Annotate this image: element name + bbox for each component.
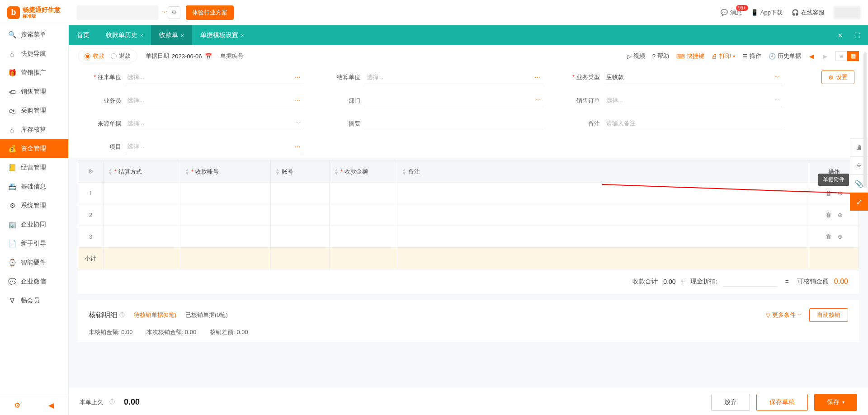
bottom-bar: 本单上欠 ⓘ 0.00 放弃 保存草稿 保存▾ bbox=[69, 389, 868, 415]
partner-input[interactable]: 选择...⋯ bbox=[126, 71, 303, 84]
more-conditions-link[interactable]: ▽更多条件﹀ bbox=[766, 311, 802, 319]
tab-close-icon[interactable]: × bbox=[181, 33, 184, 38]
tab-1[interactable]: 收款单历史× bbox=[98, 25, 151, 45]
view-form-icon[interactable]: ▦ bbox=[847, 51, 859, 61]
sidebar-item-label: 快捷导航 bbox=[21, 50, 46, 58]
delete-row-icon[interactable]: 🗑 bbox=[826, 233, 831, 240]
logo: b 畅捷通好生意 标准版 bbox=[7, 6, 69, 19]
sidebar-item-2[interactable]: 🎁营销推广 bbox=[0, 63, 68, 82]
save-draft-button[interactable]: 保存草稿 bbox=[756, 394, 808, 411]
sidebar-item-label: 资金管理 bbox=[21, 145, 46, 153]
sidebar-item-1[interactable]: ⌂快捷导航 bbox=[0, 44, 68, 63]
add-row-icon[interactable]: ⊕ bbox=[838, 233, 843, 240]
user-avatar[interactable] bbox=[834, 6, 861, 19]
tab-close-all-icon[interactable]: ✕ bbox=[834, 29, 846, 42]
info-icon[interactable]: ⓘ bbox=[119, 311, 125, 319]
summary-input[interactable] bbox=[365, 118, 542, 130]
messages-link[interactable]: 💬 消息 99+ bbox=[721, 9, 742, 17]
print-icon: 🖨 bbox=[712, 53, 717, 60]
sidebar-collapse-icon[interactable]: ◀ bbox=[34, 395, 69, 415]
tab-3[interactable]: 单据模板设置× bbox=[192, 25, 252, 45]
sidebar-item-5[interactable]: ⌂库存核算 bbox=[0, 120, 68, 139]
receipt-table: ⚙ ▲▼*结算方式 ▲▼*收款账号 ▲▼账号 ▲▼*收款金额 ▲▼备注 操作 1… bbox=[78, 160, 859, 269]
history-link[interactable]: 🕘历史单据 bbox=[769, 52, 801, 60]
table-row[interactable]: 1🗑⊕ bbox=[78, 183, 859, 204]
help-link[interactable]: ?帮助 bbox=[652, 52, 669, 60]
radio-refund[interactable]: 退款 bbox=[111, 52, 131, 60]
dept-input[interactable]: ﹀ bbox=[365, 94, 542, 107]
salesorder-input[interactable]: 选择...﹀ bbox=[604, 94, 782, 107]
next-doc-icon[interactable]: ▶ bbox=[822, 53, 828, 60]
online-service-link[interactable]: 🎧 在线客服 bbox=[792, 9, 825, 17]
scrollbar[interactable] bbox=[863, 52, 867, 188]
auto-writeoff-button[interactable]: 自动核销 bbox=[809, 308, 848, 322]
writeoff-done-tab[interactable]: 已核销单据(0笔) bbox=[185, 311, 228, 319]
sidebar-item-label: 基础信息 bbox=[21, 183, 46, 191]
salesman-label: 业务员 bbox=[82, 97, 126, 105]
operate-link[interactable]: ☰操作 bbox=[742, 52, 761, 60]
fullscreen-icon[interactable]: ⛶ bbox=[851, 29, 863, 42]
table-row[interactable]: 2🗑⊕ bbox=[78, 204, 859, 226]
tabs-bar: 首页收款单历史×收款单×单据模板设置× ✕ ⛶ bbox=[69, 25, 868, 45]
add-row-icon[interactable]: ⊕ bbox=[838, 212, 843, 218]
sidebar-item-14[interactable]: ∇畅会员 bbox=[0, 291, 68, 310]
sum-value: 0.00 bbox=[663, 278, 675, 285]
sidebar-icon: 📇 bbox=[8, 183, 16, 191]
sidebar-settings-icon[interactable]: ⚙ bbox=[0, 395, 34, 415]
doc-date-field[interactable]: 单据日期 2023-06-06 📅 bbox=[146, 52, 212, 60]
prev-doc-icon[interactable]: ◀ bbox=[808, 53, 815, 60]
tab-close-icon[interactable]: × bbox=[140, 33, 143, 38]
play-icon: ▷ bbox=[627, 53, 632, 60]
discard-button[interactable]: 放弃 bbox=[711, 394, 750, 411]
delete-row-icon[interactable]: 🗑 bbox=[826, 190, 831, 197]
project-input[interactable]: 选择...⋯ bbox=[126, 140, 303, 153]
settings-button[interactable]: ⚙设置 bbox=[821, 71, 854, 84]
sidebar-icon: ∇ bbox=[8, 297, 16, 305]
save-button[interactable]: 保存▾ bbox=[814, 394, 857, 411]
discount-input[interactable] bbox=[723, 277, 777, 287]
tab-2[interactable]: 收款单× bbox=[151, 25, 192, 45]
sidebar-icon: 🎁 bbox=[8, 69, 16, 77]
sidebar-item-6[interactable]: 💰资金管理 bbox=[0, 139, 68, 158]
settle-input[interactable]: 选择...⋯ bbox=[365, 71, 542, 84]
table-row[interactable]: 3🗑⊕ bbox=[78, 226, 859, 248]
writeoff-pending-tab[interactable]: 待核销单据(0笔) bbox=[134, 311, 176, 319]
sidebar-item-0[interactable]: 🔍搜索菜单 bbox=[0, 25, 68, 44]
tab-close-icon[interactable]: × bbox=[241, 33, 244, 38]
tab-0[interactable]: 首页 bbox=[69, 25, 98, 45]
sidebar-item-4[interactable]: 🛍采购管理 bbox=[0, 101, 68, 120]
remark-input[interactable]: 请输入备注 bbox=[604, 117, 782, 130]
sidebar-item-8[interactable]: 📇基础信息 bbox=[0, 177, 68, 196]
doc-type-radio: 收款 退款 bbox=[78, 50, 137, 62]
calendar-icon[interactable]: 📅 bbox=[205, 53, 212, 60]
totals-line: 收款合计 0.00 + 现金折扣: = 可核销金额 0.00 bbox=[78, 269, 859, 294]
sidebar-item-7[interactable]: 📒经营管理 bbox=[0, 158, 68, 177]
sidebar-item-label: 销售管理 bbox=[21, 88, 46, 96]
company-selector[interactable]: ﹀ bbox=[77, 5, 168, 20]
shortcut-link[interactable]: ⌨快捷键 bbox=[676, 52, 704, 60]
source-input[interactable]: 选择...﹀ bbox=[126, 117, 303, 130]
view-list-icon[interactable]: ≡ bbox=[835, 51, 847, 61]
sidebar-item-12[interactable]: ⌚智能硬件 bbox=[0, 253, 68, 272]
filter-icon: ▽ bbox=[766, 312, 770, 319]
add-row-icon[interactable]: ⊕ bbox=[838, 190, 843, 197]
settings-icon[interactable]: ⚙ bbox=[168, 6, 180, 19]
app-download-link[interactable]: 📱 App下载 bbox=[751, 9, 783, 17]
sidebar-item-13[interactable]: 💬企业微信 bbox=[0, 272, 68, 291]
video-link[interactable]: ▷视频 bbox=[627, 52, 645, 60]
attachment-tooltip: 单据附件 bbox=[818, 174, 849, 186]
brand-edition: 标准版 bbox=[23, 14, 61, 19]
sidebar-item-10[interactable]: 🏢企业协同 bbox=[0, 215, 68, 234]
info-icon[interactable]: ⓘ bbox=[109, 398, 115, 406]
radio-receive[interactable]: 收款 bbox=[85, 52, 104, 60]
sidebar-item-3[interactable]: 🏷销售管理 bbox=[0, 82, 68, 101]
float-expand-icon[interactable]: ⤢ bbox=[850, 193, 868, 211]
salesman-input[interactable]: 选择...⋯ bbox=[126, 94, 303, 107]
biztype-input[interactable]: 应收款﹀ bbox=[604, 71, 782, 84]
sidebar-item-9[interactable]: ⚙系统管理 bbox=[0, 196, 68, 215]
try-industry-button[interactable]: 体验行业方案 bbox=[186, 5, 234, 20]
table-config-icon[interactable]: ⚙ bbox=[78, 161, 104, 183]
delete-row-icon[interactable]: 🗑 bbox=[826, 212, 831, 218]
print-link[interactable]: 🖨打印▾ bbox=[712, 52, 735, 60]
sidebar-item-11[interactable]: 📄新手引导 bbox=[0, 234, 68, 253]
